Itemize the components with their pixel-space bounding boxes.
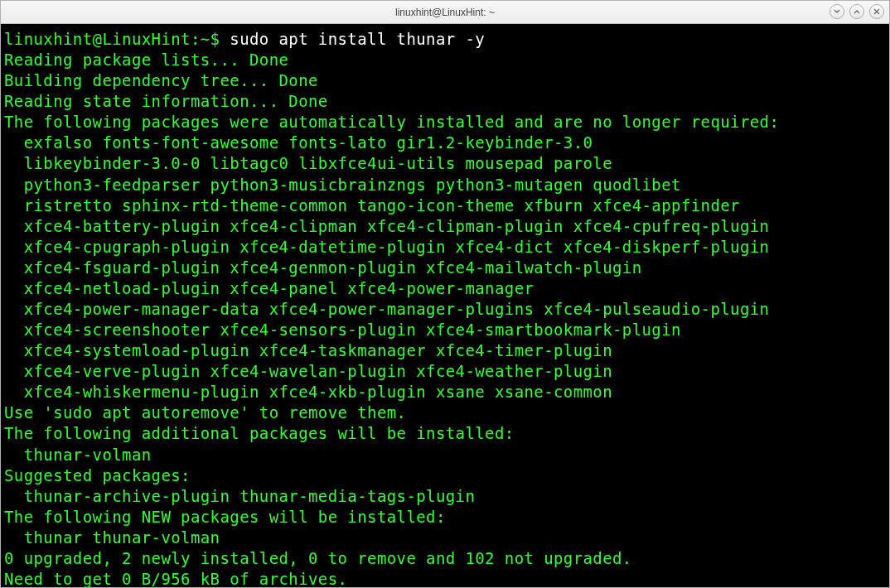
output-line: The following packages were automaticall… bbox=[4, 112, 886, 133]
close-button[interactable] bbox=[869, 4, 884, 19]
window-title: linuxhint@LinuxHint: ~ bbox=[395, 7, 495, 18]
output-line: xfce4-whiskermenu-plugin xfce4-xkb-plugi… bbox=[4, 382, 886, 402]
output-line: thunar thunar-volman bbox=[4, 528, 886, 548]
output-line: libkeybinder-3.0-0 libtagc0 libxfce4ui-u… bbox=[4, 153, 886, 174]
output-line: The following NEW packages will be insta… bbox=[4, 507, 886, 528]
output-line: xfce4-fsguard-plugin xfce4-genmon-plugin… bbox=[4, 258, 886, 278]
output-line: Building dependency tree... Done bbox=[4, 70, 886, 91]
close-icon bbox=[873, 7, 881, 16]
shell-command: sudo apt install thunar -y bbox=[230, 30, 485, 48]
output-line: ristretto sphinx-rtd-theme-common tango-… bbox=[4, 195, 886, 216]
terminal-window: linuxhint@LinuxHint: ~ linuxhint@LinuxHi… bbox=[0, 0, 890, 588]
chevron-up-icon bbox=[853, 7, 861, 16]
window-controls bbox=[830, 4, 884, 19]
minimize-button[interactable] bbox=[830, 4, 844, 19]
window-titlebar[interactable]: linuxhint@LinuxHint: ~ bbox=[1, 1, 889, 24]
output-line: The following additional packages will b… bbox=[4, 423, 886, 444]
output-line: thunar-volman bbox=[4, 445, 886, 465]
output-line: Reading state information... Done bbox=[4, 91, 886, 112]
output-line: Reading package lists... Done bbox=[4, 50, 886, 70]
chevron-down-icon bbox=[833, 7, 841, 16]
output-line: xfce4-systemload-plugin xfce4-taskmanage… bbox=[4, 340, 886, 361]
output-line: xfce4-power-manager-data xfce4-power-man… bbox=[4, 299, 886, 320]
output-line: xfce4-verve-plugin xfce4-wavelan-plugin … bbox=[4, 361, 886, 382]
output-line: exfalso fonts-font-awesome fonts-lato gi… bbox=[4, 133, 886, 153]
output-line: 0 upgraded, 2 newly installed, 0 to remo… bbox=[4, 548, 886, 569]
terminal-body[interactable]: linuxhint@LinuxHint:~$ sudo apt install … bbox=[1, 24, 889, 587]
output-line: xfce4-netload-plugin xfce4-panel xfce4-p… bbox=[4, 278, 886, 299]
output-line: xfce4-battery-plugin xfce4-clipman xfce4… bbox=[4, 216, 886, 237]
output-line: Use 'sudo apt autoremove' to remove them… bbox=[4, 402, 886, 423]
output-line: thunar-archive-plugin thunar-media-tags-… bbox=[4, 486, 886, 507]
shell-prompt: linuxhint@LinuxHint:~$ bbox=[4, 30, 230, 48]
maximize-button[interactable] bbox=[849, 4, 864, 19]
output-line: xfce4-cpugraph-plugin xfce4-datetime-plu… bbox=[4, 237, 886, 258]
output-line: xfce4-screenshooter xfce4-sensors-plugin… bbox=[4, 320, 886, 340]
output-line: Suggested packages: bbox=[4, 465, 886, 486]
command-line: linuxhint@LinuxHint:~$ sudo apt install … bbox=[4, 29, 886, 50]
output-line: Need to get 0 B/956 kB of archives. bbox=[4, 569, 886, 587]
output-line: python3-feedparser python3-musicbrainzng… bbox=[4, 175, 886, 195]
